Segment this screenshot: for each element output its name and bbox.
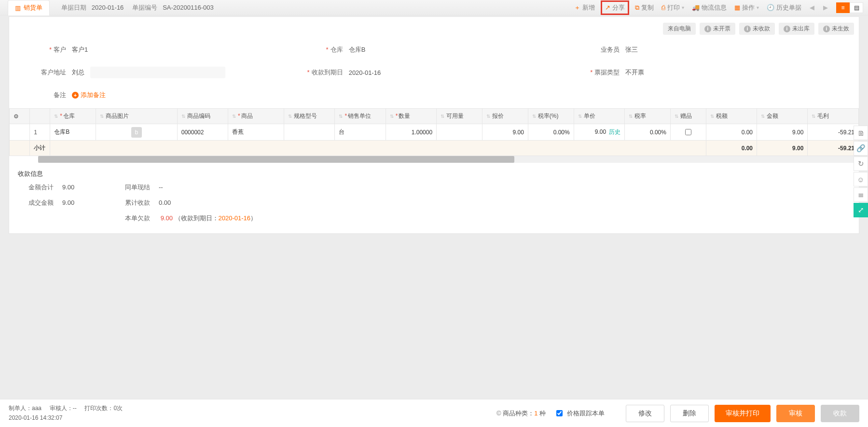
col-spec[interactable]: ⇅规格型号 <box>284 109 335 124</box>
salesman-label: 业务员 <box>601 46 620 53</box>
salesman-value[interactable]: 张三 <box>625 45 638 54</box>
unpaid-tag[interactable]: i未收款 <box>739 23 775 35</box>
rail-expand-icon[interactable]: ⤢ <box>854 203 868 217</box>
col-warehouse[interactable]: ⇅*仓库 <box>50 109 96 124</box>
info-icon: i <box>784 26 790 32</box>
doc-date-label: 单据日期 <box>61 4 86 11</box>
grid-icon: ▦ <box>734 4 740 11</box>
table-row[interactable]: 1 仓库B b 0000002 香蕉 台 1.00000 9.00 0.00% … <box>10 124 859 141</box>
copy-button[interactable]: ⧉复制 <box>633 2 656 13</box>
col-profit[interactable]: ⇅毛利 <box>808 109 859 124</box>
print-button[interactable]: ⎙打印▾ <box>660 2 686 13</box>
audit-print-button[interactable]: 审核并打印 <box>715 405 771 422</box>
side-rail: 🗎 🔗 ↻ ☺ ≣ ⤢ <box>854 126 868 217</box>
chevron-down-icon: ▾ <box>682 5 684 10</box>
card-view-button[interactable]: ▤ <box>850 2 863 13</box>
prev-doc-button[interactable]: ◀ <box>807 3 817 13</box>
collect-button: 收款 <box>821 405 859 422</box>
col-avail[interactable]: ⇅可用量 <box>437 109 482 124</box>
col-taxrate[interactable]: ⇅税率(%) <box>528 109 574 124</box>
deal-label: 成交金额 <box>28 199 62 207</box>
index-column <box>30 109 50 124</box>
next-doc-button[interactable]: ▶ <box>821 3 830 13</box>
col-code[interactable]: ⇅商品编码 <box>177 109 228 124</box>
col-amount[interactable]: ⇅金额 <box>757 109 808 124</box>
history-icon: 🕘 <box>767 4 774 11</box>
rail-link-icon[interactable]: 🔗 <box>854 141 868 156</box>
header-info: 单据日期 2020-01-16 单据编号 SA-20200116-003 <box>61 3 214 12</box>
col-unit[interactable]: ⇅*销售单位 <box>335 109 386 124</box>
col-gift[interactable]: ⇅赠品 <box>670 109 706 124</box>
cell-qty[interactable]: 1.00000 <box>386 124 436 141</box>
unshipped-tag[interactable]: i未出库 <box>779 23 814 35</box>
cell-unit[interactable]: 台 <box>335 124 386 141</box>
col-price[interactable]: ⇅单价 <box>574 109 624 124</box>
logistics-button[interactable]: 🚚物流信息 <box>690 2 729 13</box>
cell-warehouse[interactable]: 仓库B <box>50 124 96 141</box>
cell-gift[interactable] <box>670 124 706 141</box>
share-icon: ↗ <box>605 4 610 11</box>
col-product[interactable]: ⇅*商品 <box>228 109 284 124</box>
customer-value[interactable]: 客户1 <box>72 45 88 54</box>
price-history-link[interactable]: 历史 <box>609 128 620 135</box>
cell-spec[interactable] <box>284 124 335 141</box>
cell-image[interactable]: b <box>96 124 178 141</box>
modify-button[interactable]: 修改 <box>626 405 664 422</box>
warehouse-value[interactable]: 仓库B <box>349 45 366 54</box>
price-follow-input[interactable] <box>556 410 563 416</box>
info-icon: i <box>744 26 751 32</box>
debt-due-suffix: ） <box>250 214 257 222</box>
view-toggle: ≡ ▤ <box>836 2 863 13</box>
info-icon: i <box>704 26 711 32</box>
rail-user-icon[interactable]: ☺ <box>854 172 868 186</box>
source-tag: 来自电脑 <box>663 23 696 35</box>
delete-button[interactable]: 删除 <box>670 405 709 422</box>
active-tab[interactable]: ▥ 销货单 <box>8 0 50 15</box>
subtotal-amount: 9.00 <box>757 141 808 156</box>
operate-button[interactable]: ▦操作▾ <box>732 2 761 13</box>
total-value: 9.00 <box>62 184 74 191</box>
cell-tax[interactable]: 0.00% <box>625 124 671 141</box>
col-image[interactable]: ⇅商品图片 <box>96 109 178 124</box>
debt-label: 本单欠款 <box>125 214 159 223</box>
price-follow-checkbox[interactable]: 价格跟踪本单 <box>554 409 605 418</box>
truck-icon: 🚚 <box>692 4 700 11</box>
col-taxamt[interactable]: ⇅税额 <box>706 109 757 124</box>
cell-product[interactable]: 香蕉 <box>228 124 284 141</box>
uninvoiced-tag[interactable]: i未开票 <box>700 23 735 35</box>
rail-note-icon[interactable]: 🗎 <box>854 126 868 140</box>
horizontal-scrollbar[interactable] <box>38 156 859 163</box>
due-value[interactable]: 2020-01-16 <box>349 69 381 76</box>
scrollbar-thumb[interactable] <box>38 156 514 163</box>
rail-refresh-icon[interactable]: ↻ <box>854 157 868 171</box>
inactive-tag[interactable]: i未生效 <box>818 23 854 35</box>
warehouse-label: 仓库 <box>331 46 343 53</box>
list-view-button[interactable]: ≡ <box>836 2 850 13</box>
col-tax[interactable]: ⇅税率 <box>625 109 671 124</box>
share-button[interactable]: ↗分享 <box>603 2 627 13</box>
history-button[interactable]: 🕘历史单据 <box>765 2 803 13</box>
info-icon: i <box>823 26 830 32</box>
footer-bar: 制单人：aaa 审核人：-- 打印次数：0次 2020-01-16 14:32:… <box>0 399 868 427</box>
audit-button[interactable]: 审核 <box>776 405 815 422</box>
addr-value-blurred <box>90 67 225 78</box>
debt-due-prefix: （收款到期日： <box>175 214 219 222</box>
addr-value-prefix[interactable]: 刘总 <box>72 68 84 77</box>
col-qty[interactable]: ⇅*数量 <box>386 109 436 124</box>
invoice-type-value[interactable]: 不开票 <box>625 68 644 77</box>
col-quote[interactable]: ⇅报价 <box>482 109 528 124</box>
cell-quote[interactable]: 9.00 <box>482 124 528 141</box>
new-button[interactable]: ＋新增 <box>572 2 597 13</box>
gear-column[interactable]: ⚙ <box>10 109 30 124</box>
main-panel: 来自电脑 i未开票 i未收款 i未出库 i未生效 *客户 客户1 *仓库 仓库B… <box>9 16 859 234</box>
add-note-button[interactable]: + 添加备注 <box>72 91 106 100</box>
addr-label: 客户地址 <box>41 69 66 76</box>
cell-code[interactable]: 0000002 <box>177 124 228 141</box>
cell-taxrate[interactable]: 0.00% <box>528 124 574 141</box>
subtotal-profit: -59.21 <box>808 141 859 156</box>
rail-chart-icon[interactable]: ≣ <box>854 187 868 202</box>
cell-price[interactable]: 9.00历史 <box>574 124 624 141</box>
gift-checkbox[interactable] <box>685 129 691 135</box>
header-strip: ▥ 销货单 单据日期 2020-01-16 单据编号 SA-20200116-0… <box>0 0 868 15</box>
items-grid: ⚙ ⇅*仓库 ⇅商品图片 ⇅商品编码 ⇅*商品 ⇅规格型号 ⇅*销售单位 ⇅*数… <box>9 108 859 163</box>
